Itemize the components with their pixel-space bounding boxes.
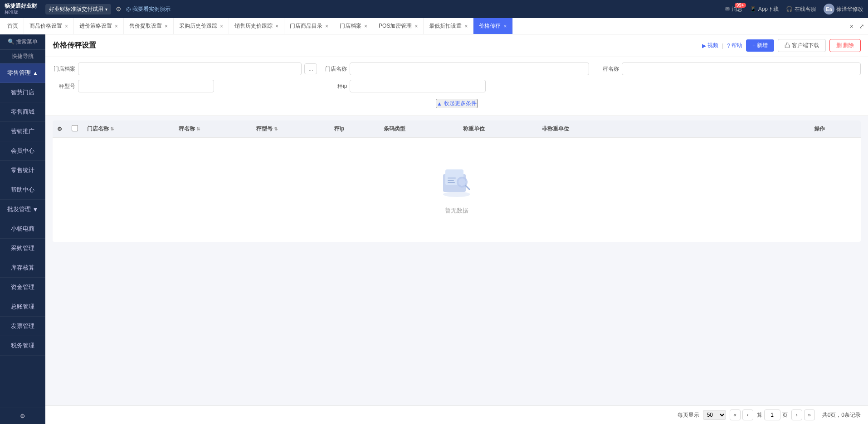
tab-purchase-strategy[interactable]: 进价策略设置 × [74, 18, 124, 34]
th-store-name[interactable]: 门店名称 [83, 120, 174, 138]
sidebar-item-retail-stats[interactable]: 零售统计 [0, 161, 45, 180]
sidebar-item-ledger-label: 总账管理 [11, 303, 34, 310]
video-icon: ▶ [702, 43, 706, 49]
tab-home[interactable]: 首页 [2, 18, 24, 34]
next-page-btn[interactable]: › [791, 410, 802, 420]
ellipsis-icon: ... [308, 66, 313, 72]
data-table: ⚙ 门店名称 秤名称 秤型号 秤ip 条码类型 称重单位 非称重单位 操作 [53, 120, 861, 242]
tab-product-price[interactable]: 商品价格设置 × [24, 18, 74, 34]
sidebar-item-finance[interactable]: 资金管理 [0, 278, 45, 297]
tab-min-discount[interactable]: 最低折扣设置 × [424, 18, 473, 34]
sidebar-nav-label: 快捷导航 [12, 53, 34, 59]
table-head: ⚙ 门店名称 秤名称 秤型号 秤ip 条码类型 称重单位 非称重单位 操作 [53, 120, 861, 138]
scale-ip-field: 秤ip [324, 80, 589, 92]
tab-min-discount-label: 最低折扣设置 [429, 22, 462, 30]
scale-model-input[interactable] [78, 80, 214, 92]
select-all-checkbox[interactable] [72, 125, 78, 131]
scale-name-input[interactable] [622, 63, 861, 75]
help-link[interactable]: ? 帮助 [727, 42, 742, 49]
next-page-icon: › [796, 412, 798, 418]
prev-page-btn[interactable]: ‹ [742, 410, 753, 420]
delete-button[interactable]: 删 删除 [829, 39, 861, 52]
sidebar-item-smart-store[interactable]: 智慧门店 [0, 83, 45, 102]
version-selector-text: 好业财标准版交付试用 [49, 5, 103, 13]
close-icon[interactable]: × [220, 23, 223, 29]
th-barcode-type: 条码类型 [379, 120, 458, 138]
sidebar-search[interactable]: 🔍 搜索菜单 [0, 34, 45, 50]
sidebar-item-tax-label: 税务管理 [11, 342, 34, 349]
close-icon[interactable]: × [325, 23, 328, 29]
close-icon[interactable]: × [165, 23, 168, 29]
tab-sales-history[interactable]: 销售历史价跟踪 × [229, 18, 284, 34]
sidebar-item-member[interactable]: 会员中心 [0, 141, 45, 161]
tab-price-scale[interactable]: 价格传秤 × [473, 18, 512, 34]
tab-store-catalog[interactable]: 门店商品目录 × [284, 18, 334, 34]
collapse-btn[interactable]: ▲ 收起更多条件 [436, 99, 478, 108]
settings-icon[interactable]: ⚙ [116, 5, 122, 13]
last-page-icon: » [808, 412, 811, 418]
th-checkbox[interactable] [67, 120, 83, 138]
page-input[interactable] [764, 410, 780, 420]
version-selector[interactable]: 好业财标准版交付试用 ▾ [45, 4, 111, 14]
close-icon[interactable]: × [464, 23, 468, 29]
sidebar-item-retail[interactable]: 零售管理 ▲ [0, 63, 45, 83]
online-service-btn[interactable]: 🎧 在线客服 [786, 5, 816, 13]
tab-sale-price[interactable]: 售价提取设置 × [124, 18, 174, 34]
sidebar-item-ledger[interactable]: 总账管理 [0, 297, 45, 317]
sidebar-item-wholesale[interactable]: 批发管理 ▼ [0, 200, 45, 219]
th-scale-name[interactable]: 秤名称 [174, 120, 252, 138]
close-icon[interactable]: × [503, 23, 507, 29]
sidebar-item-marketing[interactable]: 营销推广 [0, 122, 45, 141]
video-link[interactable]: ▶ 视频 [702, 42, 718, 49]
close-icon[interactable]: × [275, 23, 278, 29]
sidebar-item-retail-mall[interactable]: 零售商城 [0, 102, 45, 122]
add-button[interactable]: + 新增 [746, 39, 774, 52]
first-page-btn[interactable]: « [730, 410, 741, 420]
sidebar-quick-nav[interactable]: 快捷导航 [0, 50, 45, 63]
scale-model-field: 秤型号 [53, 80, 317, 92]
pagination-bar: 每页显示 50 10 20 100 « ‹ 算 页 [45, 405, 868, 424]
page-info: 算 页 [757, 410, 788, 420]
user-menu[interactable]: Ea 徐泽华修改 [824, 4, 863, 14]
sidebar-item-tax[interactable]: 税务管理 [0, 336, 45, 356]
store-archive-input[interactable] [78, 63, 302, 75]
close-tab-btn[interactable]: × [848, 21, 855, 32]
online-service-label: 在线客服 [795, 5, 816, 13]
sidebar-search-label: 搜索菜单 [16, 39, 38, 45]
sidebar-item-help[interactable]: 帮助中心 [0, 180, 45, 200]
collapse-label: 收起更多条件 [444, 100, 477, 107]
sidebar-item-inventory-label: 库存核算 [11, 264, 34, 271]
close-icon[interactable]: × [364, 23, 367, 29]
chevron-down-icon: ▼ [33, 206, 39, 213]
th-action: 操作 [809, 120, 861, 138]
store-name-input[interactable] [350, 63, 589, 75]
per-page-select[interactable]: 50 10 20 100 [703, 410, 726, 420]
th-settings[interactable]: ⚙ [53, 120, 67, 138]
tab-store-archive[interactable]: 门店档案 × [334, 18, 373, 34]
sidebar-item-inventory[interactable]: 库存核算 [0, 258, 45, 278]
sidebar-item-invoice-label: 发票管理 [11, 323, 34, 329]
tab-pos-security[interactable]: POS加密管理 × [373, 18, 424, 34]
sidebar-settings-btn[interactable]: ⚙ [0, 408, 45, 424]
sidebar-item-invoice[interactable]: 发票管理 [0, 317, 45, 336]
per-page-label: 每页显示 [678, 411, 699, 419]
close-icon[interactable]: × [414, 23, 418, 29]
demo-link[interactable]: ◎ 我要看实例演示 [126, 5, 171, 13]
sidebar-item-purchase[interactable]: 采购管理 [0, 239, 45, 258]
close-icon[interactable]: × [115, 23, 118, 29]
app-download-btn[interactable]: 📱 App下载 [750, 5, 779, 13]
tab-purchase-history-label: 采购历史价跟踪 [179, 22, 217, 30]
last-page-btn[interactable]: » [804, 410, 815, 420]
store-archive-label: 门店档案 [53, 65, 75, 73]
sidebar-item-ecommerce[interactable]: 小畅电商 [0, 219, 45, 239]
store-archive-picker-btn[interactable]: ... [304, 63, 317, 74]
tab-purchase-history[interactable]: 采购历史价跟踪 × [174, 18, 229, 34]
th-scale-model[interactable]: 秤型号 [252, 120, 329, 138]
demo-link-text: 我要看实例演示 [132, 5, 171, 13]
close-icon[interactable]: × [65, 23, 68, 29]
download-button[interactable]: 凸 客户端下载 [778, 39, 825, 52]
scale-ip-input[interactable] [350, 80, 486, 92]
expand-tab-btn[interactable]: ⤢ [857, 21, 866, 32]
messages-btn[interactable]: ✉ 消息 99+ [725, 5, 742, 13]
sidebar-item-retail-mall-label: 零售商城 [11, 108, 34, 115]
